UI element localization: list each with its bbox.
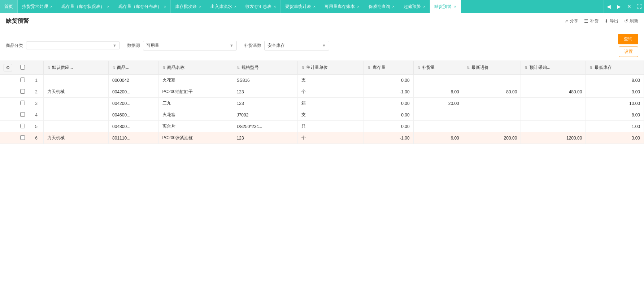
sort-icon: ⇅	[162, 66, 165, 70]
row-latest-price	[463, 75, 521, 86]
row-checkbox[interactable]	[20, 101, 25, 105]
close-tab-8[interactable]: ×	[357, 4, 359, 9]
datasource-select[interactable]: 可用量 ▼	[143, 41, 237, 50]
row-checkbox-cell	[16, 132, 29, 144]
sort-icon: ⇅	[112, 66, 115, 70]
row-stock: -1.00	[364, 86, 413, 98]
th-checkbox	[16, 61, 29, 75]
nav-tab-home[interactable]: 首页	[0, 0, 18, 13]
nav-tab-2[interactable]: 现存量（库存状况表） ×	[57, 0, 114, 13]
filter-area: 商品分类 ▼ 数据源 可用量 ▼ 补货基数 安全库存 ▼ 查询 设置	[0, 28, 644, 61]
row-stock: 0.00	[364, 98, 413, 109]
row-supplier: 力天机械	[44, 132, 109, 144]
sort-icon: ⇅	[367, 66, 370, 70]
row-supplier	[44, 75, 109, 86]
replenish-button[interactable]: ☰ 补货	[584, 18, 599, 24]
datasource-label: 数据源	[127, 43, 140, 49]
query-button[interactable]: 查询	[618, 34, 638, 44]
share-button[interactable]: ↗ 分享	[564, 18, 578, 24]
close-tab-11[interactable]: ×	[454, 4, 456, 9]
row-stock: 0.00	[364, 109, 413, 121]
export-button[interactable]: ⬇ 导出	[604, 18, 618, 24]
nav-tab-11[interactable]: 缺货预警 ×	[430, 0, 461, 13]
row-checkbox[interactable]	[20, 78, 25, 82]
replenish-icon: ☰	[584, 18, 588, 24]
row-checkbox[interactable]	[20, 112, 25, 117]
row-spec: 123	[233, 86, 297, 98]
sort-icon: ⇅	[589, 66, 592, 70]
replenish-base-label: 补货基数	[244, 43, 261, 49]
row-gear-cell	[0, 132, 16, 144]
close-tab-3[interactable]: ×	[164, 4, 166, 9]
refresh-button[interactable]: ↺ 刷新	[624, 18, 638, 24]
row-gear-cell	[0, 121, 16, 132]
nav-tab-6[interactable]: 收发存汇总表 ×	[241, 0, 280, 13]
close-tab-5[interactable]: ×	[234, 4, 236, 9]
page-body: 缺货预警 ↗ 分享 ☰ 补货 ⬇ 导出 ↺ 刷新 商品分类	[0, 13, 644, 287]
row-spec: SS816	[233, 75, 297, 86]
th-seq	[29, 61, 44, 75]
filter-group-replenish-base: 补货基数 安全库存 ▼	[244, 41, 329, 50]
nav-tab-8[interactable]: 可用量库存账本 ×	[320, 0, 364, 13]
row-spec: DS250*23c...	[233, 121, 297, 132]
nav-fullscreen[interactable]: ⛶	[634, 0, 644, 13]
th-product-code: ⇅ 商品...	[109, 61, 159, 75]
table-row: 4 004600... 火花塞 J7092 支 0.00 8.00	[0, 109, 644, 121]
table-body: 1 0000042 火花塞 SS816 支 0.00 8.00 2 力天机械 0…	[0, 75, 644, 144]
row-supplier: 力天机械	[44, 86, 109, 98]
row-min-stock: 3.00	[586, 86, 644, 98]
table-row: 1 0000042 火花塞 SS816 支 0.00 8.00	[0, 75, 644, 86]
settings-button[interactable]: 设置	[619, 47, 638, 57]
row-supplier	[44, 121, 109, 132]
row-checkbox-cell	[16, 86, 29, 98]
row-replenish	[413, 109, 463, 121]
column-settings-button[interactable]: ⚙	[4, 64, 12, 71]
category-chevron-icon: ▼	[113, 43, 117, 48]
row-min-stock: 8.00	[586, 75, 644, 86]
sort-icon: ⇅	[467, 66, 470, 70]
row-checkbox-cell	[16, 109, 29, 121]
nav-scroll-left[interactable]: ◀	[604, 0, 614, 13]
close-tab-6[interactable]: ×	[274, 4, 276, 9]
nav-close[interactable]: ✕	[624, 0, 634, 13]
row-latest-price	[463, 98, 521, 109]
close-tab-1[interactable]: ×	[50, 4, 52, 9]
row-gear-cell	[0, 98, 16, 109]
replenish-base-select[interactable]: 安全库存 ▼	[264, 41, 329, 50]
row-checkbox-cell	[16, 98, 29, 109]
nav-tab-7[interactable]: 要货单统计表 ×	[281, 0, 320, 13]
close-tab-9[interactable]: ×	[392, 4, 395, 9]
th-unit: ⇅ 主计量单位	[297, 61, 364, 75]
main-table: ⚙ ⇅ 默认供应... ⇅ 商品... ⇅	[0, 61, 644, 144]
page-title: 缺货预警	[6, 17, 564, 25]
nav-tab-1[interactable]: 拣货异常处理 ×	[18, 0, 57, 13]
sort-icon: ⇅	[237, 66, 240, 70]
close-tab-10[interactable]: ×	[423, 4, 425, 9]
nav-tab-3[interactable]: 现存量（库存分布表） ×	[114, 0, 171, 13]
top-nav: 首页 拣货异常处理 × 现存量（库存状况表） × 现存量（库存分布表） × 库存…	[0, 0, 644, 13]
close-tab-4[interactable]: ×	[199, 4, 201, 9]
row-seq: 5	[29, 121, 44, 132]
close-tab-7[interactable]: ×	[313, 4, 316, 9]
nav-tab-4[interactable]: 库存批次账 ×	[171, 0, 206, 13]
row-seq: 3	[29, 98, 44, 109]
row-checkbox[interactable]	[20, 124, 25, 128]
nav-scroll-right[interactable]: ▶	[614, 0, 624, 13]
row-seq: 6	[29, 132, 44, 144]
row-checkbox[interactable]	[20, 89, 25, 94]
nav-tab-5[interactable]: 出入库流水 ×	[206, 0, 241, 13]
nav-tab-10[interactable]: 超储预警 ×	[399, 0, 430, 13]
row-product-name: 火花塞	[158, 109, 233, 121]
row-min-stock: 1.00	[586, 121, 644, 132]
table-row: 2 力天机械 004200... PC200油缸缸子 123 个 -1.00 6…	[0, 86, 644, 98]
category-label: 商品分类	[6, 43, 23, 49]
close-tab-2[interactable]: ×	[107, 4, 109, 9]
row-checkbox[interactable]	[20, 135, 25, 140]
row-product-name: 离合片	[158, 121, 233, 132]
nav-tab-9[interactable]: 保质期查询 ×	[364, 0, 399, 13]
row-estimated-purchase	[521, 75, 586, 86]
category-select[interactable]: ▼	[26, 41, 120, 49]
row-spec: 123	[233, 98, 297, 109]
row-estimated-purchase	[521, 121, 586, 132]
select-all-checkbox[interactable]	[20, 65, 25, 70]
